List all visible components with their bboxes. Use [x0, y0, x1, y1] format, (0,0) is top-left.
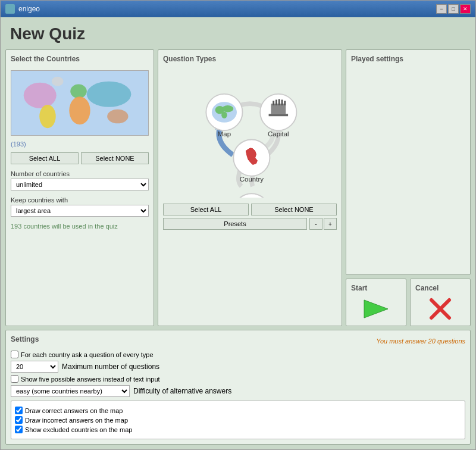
start-label: Start — [351, 284, 367, 292]
svg-rect-16 — [269, 114, 289, 116]
select-none-countries-button[interactable]: Select NONE — [81, 152, 149, 164]
svg-point-6 — [107, 110, 128, 124]
title-bar: enigeo − □ ✕ — [1, 1, 475, 17]
keep-label: Keep countries with — [11, 196, 149, 204]
svg-point-2 — [39, 105, 55, 128]
start-icon — [361, 297, 391, 321]
must-answer-text: You must answer 20 questions — [376, 338, 465, 345]
svg-rect-21 — [284, 101, 286, 105]
show-excluded-checkbox[interactable] — [15, 426, 23, 433]
countries-panel-title: Select the Countries — [11, 55, 149, 63]
every-type-checkbox[interactable] — [11, 351, 18, 358]
minimize-button[interactable]: − — [436, 4, 447, 14]
svg-rect-18 — [275, 99, 277, 105]
presets-button[interactable]: Presets — [163, 218, 307, 230]
world-map[interactable] — [11, 70, 149, 136]
preset-plus-button[interactable]: + — [324, 218, 337, 230]
draw-correct-row: Draw correct answers on the map — [15, 407, 461, 414]
maximize-button[interactable]: □ — [448, 4, 459, 14]
map-svg — [11, 71, 148, 135]
svg-rect-17 — [273, 101, 274, 105]
question-types-panel: Question Types — [158, 49, 342, 326]
difficulty-label: Difficulty of alternative answers — [133, 387, 231, 395]
country-count: (193) — [11, 140, 149, 148]
max-questions-select[interactable]: 20 10 50 100 — [11, 361, 58, 373]
draw-correct-label: Draw correct answers on the map — [25, 407, 123, 414]
country-btn-row: Select ALL Select NONE — [11, 152, 149, 164]
title-bar-left: enigeo — [5, 4, 40, 14]
difficulty-select[interactable]: easy (some countries nearby) medium hard… — [11, 385, 130, 397]
select-none-qt-button[interactable]: Select NONE — [251, 204, 337, 215]
svg-point-25 — [233, 193, 270, 198]
cancel-icon — [428, 297, 452, 321]
show-excluded-label: Show excluded countries on the map — [25, 426, 132, 433]
preset-mini-buttons: - + — [309, 218, 337, 230]
draw-correct-checkbox[interactable] — [15, 407, 23, 414]
app-icon — [5, 4, 15, 14]
draw-incorrect-row: Draw incorrect answers on the map — [15, 416, 461, 424]
difficulty-row: easy (some countries nearby) medium hard… — [11, 385, 465, 397]
window-title: enigeo — [18, 5, 40, 13]
played-settings-title: Played settings — [351, 55, 465, 63]
answers-box: Draw correct answers on the map Draw inc… — [11, 401, 465, 439]
draw-incorrect-label: Draw incorrect answers on the map — [25, 417, 128, 424]
qt-title: Question Types — [163, 55, 337, 63]
action-buttons: Start Cancel — [346, 279, 471, 326]
number-label: Number of countries — [11, 170, 149, 177]
select-all-qt-button[interactable]: Select ALL — [163, 204, 249, 215]
main-grid: Select the Countries — [5, 49, 471, 326]
five-answers-row: Show five possible answers instead of te… — [11, 375, 465, 383]
svg-point-7 — [52, 77, 64, 86]
svg-rect-19 — [278, 99, 280, 106]
number-select[interactable]: unlimited 10 20 50 100 — [11, 179, 149, 190]
right-panel: Played settings Start Cancel — [346, 49, 471, 326]
settings-panel: Settings You must answer 20 questions Fo… — [5, 330, 471, 445]
main-window: enigeo − □ ✕ New Quiz Select the Countri… — [0, 0, 476, 450]
countries-info: 193 countries will be used in the quiz — [11, 223, 149, 230]
qt-diagram-svg: Map Capital — [163, 67, 337, 198]
qt-btn-row: Select ALL Select NONE — [163, 204, 337, 215]
cancel-label: Cancel — [415, 284, 439, 292]
five-answers-label: Show five possible answers instead of te… — [21, 376, 160, 383]
page-title: New Quiz — [5, 22, 471, 46]
select-all-countries-button[interactable]: Select ALL — [11, 152, 79, 164]
svg-rect-20 — [281, 99, 283, 105]
every-type-label: For each country ask a question of every… — [21, 351, 154, 358]
close-button[interactable]: ✕ — [460, 4, 471, 14]
svg-point-4 — [69, 96, 90, 124]
qt-diagram: Map Capital — [163, 67, 337, 204]
show-excluded-row: Show excluded countries on the map — [15, 426, 461, 433]
settings-title: Settings — [11, 335, 39, 343]
five-answers-checkbox[interactable] — [11, 375, 18, 383]
svg-text:Country: Country — [240, 176, 264, 183]
content-area: New Quiz Select the Countries — [1, 17, 475, 449]
number-field: Number of countries unlimited 10 20 50 1… — [11, 170, 149, 190]
keep-field: Keep countries with largest area smalles… — [11, 196, 149, 217]
countries-panel: Select the Countries — [5, 49, 154, 326]
svg-marker-33 — [364, 300, 388, 318]
svg-text:Capital: Capital — [268, 130, 289, 138]
max-questions-label: Maximum number of questions — [62, 362, 159, 371]
svg-point-5 — [87, 82, 131, 107]
played-settings-panel: Played settings — [346, 49, 471, 275]
title-bar-buttons: − □ ✕ — [436, 4, 471, 14]
every-type-row: For each country ask a question of every… — [11, 351, 465, 358]
svg-point-12 — [221, 112, 227, 118]
svg-point-3 — [70, 85, 86, 99]
settings-header: Settings You must answer 20 questions — [11, 335, 465, 347]
keep-select[interactable]: largest area smallest area most populati… — [11, 205, 149, 217]
svg-text:Map: Map — [218, 130, 231, 138]
start-button[interactable]: Start — [346, 279, 406, 326]
max-questions-row: 20 10 50 100 Maximum number of questions — [11, 361, 465, 373]
cancel-button[interactable]: Cancel — [410, 279, 471, 326]
qt-presets-row: Presets - + — [163, 218, 337, 230]
draw-incorrect-checkbox[interactable] — [15, 416, 23, 424]
svg-point-11 — [222, 105, 233, 112]
svg-point-1 — [24, 83, 57, 108]
preset-minus-button[interactable]: - — [309, 218, 322, 230]
